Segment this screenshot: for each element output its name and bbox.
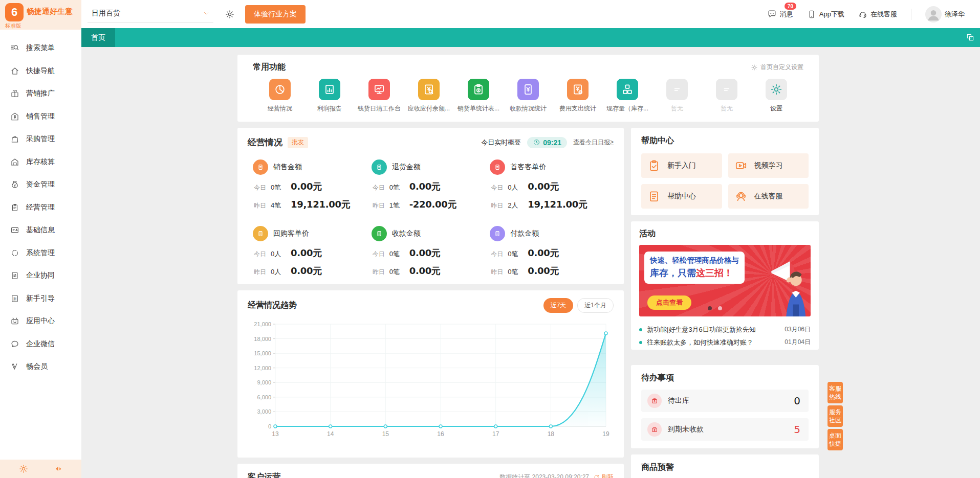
help-center-card: 帮助中心 新手入门视频学习帮助中心在线客服	[631, 128, 819, 215]
stat-row: 今日0人0.00元	[490, 180, 608, 193]
sidebar-item-idcard[interactable]: 基础信息	[0, 219, 81, 242]
clock-icon	[533, 139, 540, 146]
stat-amount: 19,121.00元	[528, 198, 587, 211]
clipboard-icon	[10, 203, 19, 212]
stat-period: 昨日	[373, 201, 385, 210]
stat-row: 昨日2人19,121.00元	[490, 198, 608, 211]
sidebar-item-label: 畅会员	[26, 362, 48, 371]
sidebar-item-menu-search[interactable]: 搜索菜单	[0, 37, 81, 60]
stat-amount: 0.00元	[291, 180, 322, 193]
sidebar-item-home[interactable]: 快捷导航	[0, 60, 81, 83]
sidebar-item-bag[interactable]: 采购管理	[0, 128, 81, 151]
stat-label: 付款金额	[510, 229, 539, 238]
refresh-link[interactable]: 刷新	[593, 473, 614, 478]
tab-expand-icon[interactable]	[966, 33, 975, 42]
sidebar-item-appcenter[interactable]: 应用中心	[0, 310, 81, 333]
stat-5: 收款金额今日0笔0.00元昨日0笔0.00元	[372, 226, 490, 277]
sidebar-item-clipboard[interactable]: 经营管理	[0, 196, 81, 219]
todo-row-2[interactable]: 到期未收款5	[641, 418, 809, 441]
sidebar-item-label: 搜索菜单	[26, 43, 55, 53]
docyen-icon	[567, 79, 589, 100]
app-download-item[interactable]: App下载	[807, 10, 844, 19]
online-service-item[interactable]: 在线客服	[858, 10, 897, 19]
stat-icon	[372, 160, 387, 175]
sidebar-item-label: 库存核算	[26, 157, 55, 167]
sidebar-item-warehouse[interactable]: 库存核算	[0, 151, 81, 174]
function-item-5[interactable]: 销货单统计表...	[459, 79, 498, 113]
function-item-3[interactable]: 钱货日清工作台	[359, 79, 399, 113]
news-item-2[interactable]: 往来账款太多，如何快速准确对账？01月04日	[639, 336, 811, 349]
topbar-gear-icon[interactable]	[225, 9, 235, 19]
sidebar-item-member[interactable]: 畅会员	[0, 355, 81, 378]
sidebar-item-sale[interactable]: 销售管理	[0, 105, 81, 128]
tabbar: 首页	[81, 28, 980, 47]
function-item-8[interactable]: 现存量（库存...	[607, 79, 647, 113]
sidebar-item-collab[interactable]: 企业协同	[0, 264, 81, 287]
float-button-1[interactable]: 客服热线	[827, 382, 843, 403]
trend-chart: 03,0006,0009,00012,00015,00018,00021,000…	[248, 317, 614, 446]
carousel-dot-active[interactable]	[708, 306, 712, 310]
help-tile-4[interactable]: 在线客服	[728, 184, 809, 209]
topbar-right: 消息 70 App下载 在线客服 徐泽华	[767, 6, 980, 22]
help-tile-1[interactable]: 新手入门	[641, 153, 722, 178]
messages-item[interactable]: 消息 70	[767, 9, 793, 19]
industry-select[interactable]: 日用百货	[88, 5, 213, 23]
float-button-3[interactable]: 桌面快捷	[827, 429, 843, 450]
function-item-4[interactable]: 应收应付余额...	[409, 79, 449, 113]
todo-row-1[interactable]: 待出库0	[641, 390, 809, 412]
function-item-10[interactable]: 暂无	[707, 79, 747, 113]
range-button-1[interactable]: 近7天	[543, 298, 574, 313]
float-button-2[interactable]: 服务社区	[827, 405, 843, 427]
function-grid: 经营情况利润报告钱货日清工作台应收应付余额...销货单统计表...收款情况统计费…	[253, 79, 803, 113]
sidebar-item-label: 资金管理	[26, 180, 55, 189]
sidebar-item-wechat[interactable]: 企业微信	[0, 333, 81, 356]
function-item-1[interactable]: 经营情况	[260, 79, 300, 113]
sidebar-settings-icon[interactable]	[18, 464, 29, 474]
function-item-label: 暂无	[671, 104, 683, 113]
tab-home[interactable]: 首页	[81, 28, 115, 47]
banner-line2: 库存，只需这三招！	[650, 267, 739, 279]
user-item[interactable]: 徐泽华	[925, 6, 965, 22]
carousel-dot[interactable]	[718, 306, 722, 310]
docsearch-icon	[418, 79, 440, 100]
help-tile-3[interactable]: 帮助中心	[641, 184, 722, 209]
sidebar-collapse-icon[interactable]	[53, 464, 63, 474]
sidebar-item-guide[interactable]: 新新手引导	[0, 287, 81, 310]
stat-period: 昨日	[373, 268, 385, 277]
activity-banner[interactable]: 快速、轻松管理商品价格与 库存，只需这三招！ 点击查看	[639, 245, 811, 316]
stat-amount: 0.00元	[409, 247, 441, 259]
stat-count: 0笔	[508, 249, 523, 259]
trend-card: 经营情况趋势 近7天近1个月 03,0006,0009,00012,00015,…	[237, 290, 624, 458]
range-button-2[interactable]: 近1个月	[577, 298, 614, 313]
stat-row: 今日0笔0.00元	[490, 247, 608, 259]
sidebar-item-money[interactable]: 资金管理	[0, 173, 81, 196]
activity-title: 活动	[639, 229, 811, 239]
sidebar-item-gift[interactable]: 营销推广	[0, 82, 81, 105]
svg-text:3,000: 3,000	[257, 408, 271, 415]
stat-period: 今日	[491, 184, 503, 192]
money-icon	[10, 180, 19, 189]
home-customize-link[interactable]: 首页自定义设置	[751, 63, 803, 72]
doc-icon	[647, 190, 661, 203]
function-item-7[interactable]: 费用支出统计	[558, 79, 598, 113]
function-item-6[interactable]: 收款情况统计	[508, 79, 548, 113]
stat-period: 昨日	[254, 201, 266, 210]
outbox-icon	[647, 394, 662, 408]
function-item-9[interactable]: 暂无	[657, 79, 697, 113]
function-item-11[interactable]: 设置	[756, 79, 796, 113]
news-date: 01月04日	[785, 338, 811, 347]
experience-plan-button[interactable]: 体验行业方案	[245, 5, 306, 24]
refresh-icon	[593, 474, 600, 478]
trend-title: 经营情况趋势	[248, 300, 297, 311]
stat-amount: 0.00元	[528, 180, 559, 193]
help-tile-2[interactable]: 视频学习	[728, 153, 809, 178]
banner-line2-blue: 库存，只需	[650, 268, 696, 278]
clipboard2-icon	[468, 79, 489, 100]
sidebar-item-system[interactable]: 系统管理	[0, 242, 81, 265]
daily-report-link[interactable]: 查看今日日报>	[573, 138, 614, 147]
stat-count: 0笔	[508, 267, 523, 277]
function-item-2[interactable]: 利润报告	[310, 79, 350, 113]
sidebar-footer	[0, 460, 81, 478]
news-item-1[interactable]: 新功能|好生意3月6日功能更新抢先知03月06日	[639, 323, 811, 336]
stat-row: 昨日0人0.00元	[253, 265, 372, 277]
